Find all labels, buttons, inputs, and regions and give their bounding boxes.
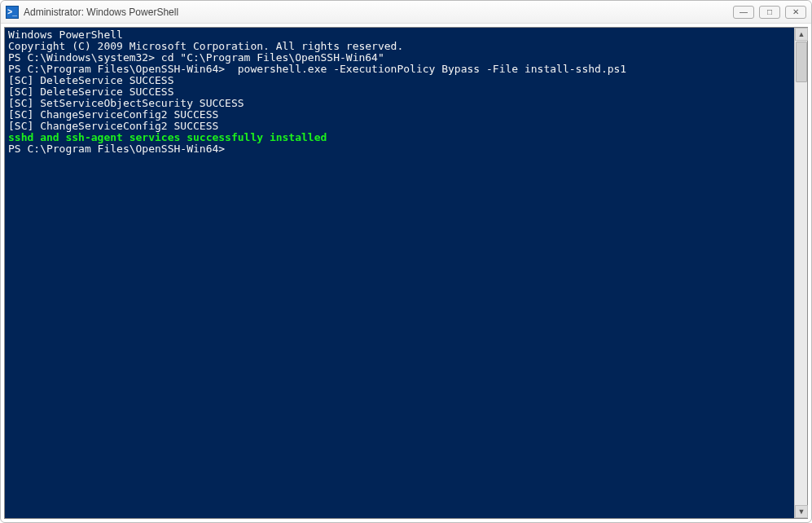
- terminal-line: Copyright (C) 2009 Microsoft Corporation…: [8, 41, 791, 52]
- terminal-line: [SC] DeleteService SUCCESS: [8, 75, 791, 86]
- terminal-container: Windows PowerShellCopyright (C) 2009 Mic…: [4, 27, 808, 519]
- terminal-line: [SC] ChangeServiceConfig2 SUCCESS: [8, 109, 791, 121]
- terminal-line: sshd and ssh-agent services successfully…: [8, 132, 791, 143]
- scroll-down-button[interactable]: ▼: [795, 505, 808, 518]
- terminal-line: PS C:\Windows\system32> cd "C:\Program F…: [8, 52, 791, 64]
- powershell-window: >_ Administrator: Windows PowerShell — □…: [0, 0, 812, 523]
- scroll-up-button[interactable]: ▲: [795, 28, 808, 41]
- minimize-button[interactable]: —: [733, 6, 754, 19]
- terminal-line: [SC] DeleteService SUCCESS: [8, 86, 791, 98]
- terminal-line: PS C:\Program Files\OpenSSH-Win64>: [8, 143, 791, 155]
- terminal-line: [SC] ChangeServiceConfig2 SUCCESS: [8, 121, 791, 132]
- terminal-line: [SC] SetServiceObjectSecurity SUCCESS: [8, 98, 791, 109]
- window-controls: — □ ✕: [733, 6, 806, 19]
- window-title: Administrator: Windows PowerShell: [24, 7, 178, 18]
- titlebar[interactable]: >_ Administrator: Windows PowerShell — □…: [1, 1, 811, 24]
- terminal-output[interactable]: Windows PowerShellCopyright (C) 2009 Mic…: [5, 28, 794, 518]
- vertical-scrollbar[interactable]: ▲ ▼: [794, 28, 807, 518]
- terminal-line: PS C:\Program Files\OpenSSH-Win64> power…: [8, 64, 791, 75]
- terminal-line: Windows PowerShell: [8, 29, 791, 41]
- powershell-icon: >_: [6, 6, 19, 19]
- client-area: Windows PowerShellCopyright (C) 2009 Mic…: [1, 24, 811, 522]
- scroll-thumb[interactable]: [796, 42, 807, 82]
- close-button[interactable]: ✕: [785, 6, 806, 19]
- maximize-button[interactable]: □: [759, 6, 780, 19]
